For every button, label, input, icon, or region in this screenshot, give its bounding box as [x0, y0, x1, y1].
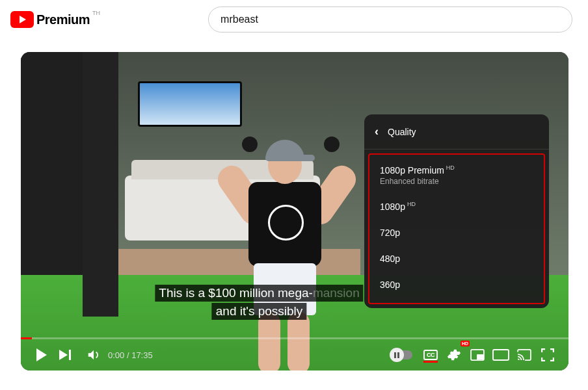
- cast-button[interactable]: [513, 343, 536, 367]
- miniplayer-button[interactable]: [466, 343, 489, 367]
- quality-title: Quality: [388, 127, 416, 137]
- region-superscript: TH: [92, 10, 100, 16]
- video-player[interactable]: This is a $100 million mega-mansion and …: [21, 52, 568, 370]
- fullscreen-button[interactable]: [536, 343, 559, 367]
- volume-button[interactable]: [82, 343, 105, 367]
- captions-button[interactable]: CC: [419, 343, 442, 367]
- next-icon: [59, 350, 71, 360]
- next-button[interactable]: [53, 343, 77, 367]
- search-input[interactable]: mrbeast: [208, 6, 572, 32]
- gear-icon: [447, 348, 461, 362]
- youtube-logo[interactable]: Premium TH: [10, 11, 98, 28]
- hd-badge: HD: [461, 341, 470, 346]
- quality-back-button[interactable]: ‹: [375, 125, 379, 138]
- play-icon: [36, 348, 47, 361]
- theater-icon: [492, 349, 509, 361]
- fullscreen-icon: [541, 348, 554, 361]
- player-controls: 0:00 / 17:35 CC HD: [21, 339, 568, 370]
- header: Premium TH mrbeast: [0, 0, 588, 39]
- caption-text: This is a $100 million mega-: [159, 286, 313, 300]
- settings-button[interactable]: HD: [442, 343, 466, 367]
- captions: This is a $100 million mega-mansion and …: [155, 283, 363, 320]
- svg-rect-1: [477, 355, 483, 359]
- youtube-play-icon: [10, 11, 34, 28]
- cc-icon: CC: [423, 350, 438, 360]
- quality-option-720p[interactable]: 720p: [369, 220, 544, 246]
- cast-icon: [517, 349, 531, 361]
- time-display: 0:00 / 17:35: [108, 350, 153, 360]
- volume-icon: [87, 348, 101, 362]
- play-button[interactable]: [30, 343, 53, 367]
- quality-menu: ‹ Quality 1080p PremiumHD Enhanced bitra…: [364, 114, 549, 308]
- quality-option-1080p[interactable]: 1080pHD: [369, 194, 544, 220]
- quality-option-1080p-premium[interactable]: 1080p PremiumHD Enhanced bitrate: [369, 157, 544, 194]
- miniplayer-icon: [470, 349, 485, 361]
- quality-options-highlight: 1080p PremiumHD Enhanced bitrate 1080pHD…: [368, 153, 545, 304]
- caption-ghost-text: mansion: [313, 286, 360, 300]
- autoplay-toggle[interactable]: [390, 350, 412, 359]
- search-value: mrbeast: [220, 14, 258, 25]
- svg-rect-2: [493, 350, 509, 360]
- logo-text: Premium: [36, 12, 90, 27]
- caption-text: and it's possibly: [212, 303, 307, 320]
- quality-option-480p[interactable]: 480p: [369, 246, 544, 272]
- theater-mode-button[interactable]: [489, 343, 513, 367]
- pause-icon: [390, 348, 404, 362]
- quality-option-360p[interactable]: 360p: [369, 272, 544, 298]
